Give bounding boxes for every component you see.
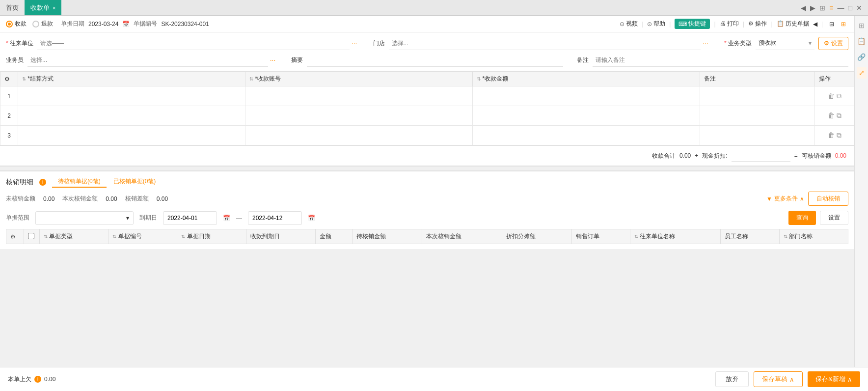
row-2-account[interactable] bbox=[245, 106, 472, 126]
counterpart-input[interactable] bbox=[37, 36, 350, 50]
store-input[interactable] bbox=[389, 36, 701, 50]
stat-unclaimed-label: 未核销金额 bbox=[6, 195, 35, 203]
row-1-account[interactable] bbox=[245, 86, 472, 106]
tab-bar: 首页 收款单 × ◀ ▶ ⊞ ≡ — □ ✕ bbox=[0, 0, 868, 16]
row-3-account[interactable] bbox=[245, 126, 472, 145]
row-1-delete-icon[interactable]: 🗑 bbox=[828, 92, 835, 100]
row-1-copy-icon[interactable]: ⧉ bbox=[837, 92, 841, 100]
date-from-input[interactable] bbox=[163, 211, 217, 225]
range-select[interactable]: ▾ bbox=[35, 211, 134, 225]
recon-header-settings[interactable]: ⚙ bbox=[6, 229, 24, 244]
nav-left-icon[interactable]: ◀ bbox=[813, 21, 817, 28]
remark-input[interactable] bbox=[593, 53, 848, 67]
layout-grid-icon[interactable]: ⊟ bbox=[827, 19, 837, 29]
shortcut-action[interactable]: ⌨ 快捷键 bbox=[675, 19, 710, 29]
tab-close-icon[interactable]: × bbox=[53, 5, 55, 11]
setting-gear-icon: ⚙ bbox=[824, 40, 829, 47]
window-close-icon[interactable]: ✕ bbox=[856, 4, 862, 12]
date-from-calendar-icon[interactable]: 📅 bbox=[223, 215, 230, 222]
reconciliation-section: 核销明细 i 待核销单据(0笔) 已核销单据(0笔) 未核销金额 0.00 本次… bbox=[0, 170, 854, 249]
more-filters-btn[interactable]: ▼ 更多条件 ∧ bbox=[766, 195, 804, 203]
counterpart-label: * 往来单位 bbox=[6, 39, 33, 48]
date-to-input[interactable] bbox=[248, 211, 302, 225]
layout-list-icon[interactable]: ⊞ bbox=[839, 19, 848, 29]
tab-receipt-label: 收款单 bbox=[30, 3, 50, 12]
business-type-select[interactable]: 预收款 ▾ bbox=[756, 36, 814, 50]
refund-radio[interactable]: 退款 bbox=[32, 20, 53, 28]
row-2-amount[interactable] bbox=[472, 106, 700, 126]
query-button[interactable]: 查询 bbox=[788, 211, 816, 225]
recon-tab-pending[interactable]: 待核销单据(0笔) bbox=[52, 176, 107, 188]
sidebar-book-icon[interactable]: 📋 bbox=[855, 35, 868, 47]
business-type-value: 预收款 bbox=[759, 39, 805, 47]
recon-header-dept: ⇅ 部门名称 bbox=[779, 229, 848, 244]
row-3-settlement[interactable] bbox=[18, 126, 245, 145]
salesman-more-icon[interactable]: ··· bbox=[268, 56, 278, 64]
row-3-delete-icon[interactable]: 🗑 bbox=[828, 131, 835, 140]
total-value: 0.00 bbox=[679, 152, 691, 159]
nav-next-icon[interactable]: ▶ bbox=[810, 4, 815, 12]
recon-info-icon[interactable]: i bbox=[39, 179, 46, 186]
summary-input[interactable] bbox=[307, 53, 563, 67]
stat-diff-value: 0.00 bbox=[157, 196, 168, 202]
row-3-num: 3 bbox=[0, 126, 18, 145]
sidebar-expand-icon[interactable]: ⤢ bbox=[857, 67, 867, 79]
filter-row: 单据范围 ▾ 到期日 📅 — 📅 查询 设置 bbox=[6, 211, 848, 225]
store-more-icon[interactable]: ··· bbox=[701, 39, 710, 47]
recon-header-sales-order: 销售订单 bbox=[571, 229, 630, 244]
window-maximize-icon[interactable]: □ bbox=[848, 4, 852, 12]
stat-this-label: 本次核销金额 bbox=[62, 195, 98, 203]
recon-header-checkbox[interactable] bbox=[24, 229, 40, 244]
receipt-radio[interactable]: 收款 bbox=[6, 20, 27, 28]
setting-button[interactable]: ⚙ 设置 bbox=[818, 37, 848, 50]
row-2-remark[interactable] bbox=[700, 106, 814, 126]
receipt-radio-dot bbox=[6, 21, 13, 28]
receipt-radio-label: 收款 bbox=[15, 20, 27, 28]
doc-date-calendar-icon[interactable]: 📅 bbox=[122, 21, 130, 28]
list-view-icon[interactable]: ≡ bbox=[829, 4, 833, 12]
recon-select-all-checkbox[interactable] bbox=[28, 233, 34, 239]
tab-home[interactable]: 首页 bbox=[0, 0, 25, 15]
row-2-settlement[interactable] bbox=[18, 106, 245, 126]
grid-view-icon[interactable]: ⊞ bbox=[819, 4, 825, 12]
nav-prev-icon[interactable]: ◀ bbox=[801, 4, 806, 12]
form-row-2: 业务员 ··· 摘要 备注 bbox=[6, 53, 848, 67]
history-action[interactable]: 📋 历史单据 bbox=[777, 20, 809, 28]
row-2-delete-icon[interactable]: 🗑 bbox=[828, 112, 835, 120]
operation-action[interactable]: ⚙ 操作 bbox=[748, 20, 767, 28]
recon-tab-done[interactable]: 已核销单据(0笔) bbox=[108, 176, 162, 188]
filter-icon: ▼ bbox=[766, 196, 772, 202]
print-action[interactable]: 🖨 打印 bbox=[720, 20, 739, 28]
row-3-copy-icon[interactable]: ⧉ bbox=[837, 131, 841, 140]
discount-input[interactable] bbox=[732, 150, 790, 162]
table-header-settings[interactable]: ⚙ bbox=[0, 72, 18, 86]
form-section: * 往来单位 ··· 门店 ··· * 业务类型 预收款 ▾ ⚙ bbox=[0, 32, 854, 71]
sidebar-link-icon[interactable]: 🔗 bbox=[855, 51, 868, 63]
auto-recon-button[interactable]: 自动核销 bbox=[808, 192, 848, 206]
sidebar-table-icon[interactable]: ⊞ bbox=[857, 20, 867, 31]
discount-label: 现金折扣: bbox=[702, 152, 727, 160]
row-3-amount[interactable] bbox=[472, 126, 700, 145]
summary-label: 摘要 bbox=[291, 56, 303, 64]
stat-diff-label: 核销差额 bbox=[125, 195, 149, 203]
row-1-amount[interactable] bbox=[472, 86, 700, 106]
row-1-remark[interactable] bbox=[700, 86, 814, 106]
row-2-copy-icon[interactable]: ⧉ bbox=[837, 112, 841, 120]
recon-stats: 未核销金额 0.00 本次核销金额 0.00 核销差额 0.00 ▼ 更多条件 … bbox=[6, 192, 848, 206]
window-controls: ◀ ▶ ⊞ ≡ — □ ✕ bbox=[801, 4, 868, 12]
salesman-input[interactable] bbox=[27, 53, 268, 67]
stat-unclaimed-value: 0.00 bbox=[43, 196, 54, 202]
window-minimize-icon[interactable]: — bbox=[838, 4, 844, 12]
help-action[interactable]: ⊙ 帮助 bbox=[647, 20, 665, 28]
video-action[interactable]: ⊙ 视频 bbox=[620, 20, 638, 28]
counterpart-more-icon[interactable]: ··· bbox=[350, 39, 359, 47]
recon-setting-button[interactable]: 设置 bbox=[820, 211, 848, 225]
row-3-remark[interactable] bbox=[700, 126, 814, 145]
row-1-settlement[interactable] bbox=[18, 86, 245, 106]
date-label: 到期日 bbox=[139, 214, 157, 222]
date-to-calendar-icon[interactable]: 📅 bbox=[308, 215, 315, 222]
tab-receipt[interactable]: 收款单 × bbox=[25, 0, 61, 15]
table-body: 1 🗑 ⧉ 2 bbox=[0, 86, 854, 145]
recon-header-counterpart: ⇅ 往来单位名称 bbox=[630, 229, 721, 244]
summary-row: 收款合计 0.00 + 现金折扣: = 可核销金额 0.00 bbox=[0, 145, 854, 167]
